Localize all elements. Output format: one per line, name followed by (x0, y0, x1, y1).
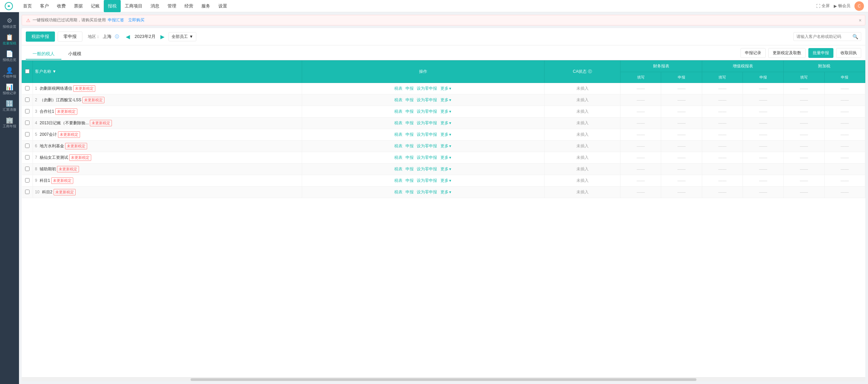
period-next-button[interactable]: ▶ (159, 33, 166, 40)
table-row: 7 杨仙女工资测试 未更新税定 税表 申报 设为零申报 更多▼ 未插入 —— —… (22, 152, 865, 164)
op-tax-table[interactable]: 税表 (394, 98, 402, 102)
op-zero-declare[interactable]: 设为零申报 (417, 121, 437, 125)
op-tax-table[interactable]: 税表 (394, 109, 402, 114)
op-declare[interactable]: 申报 (406, 132, 414, 137)
op-declare[interactable]: 申报 (406, 144, 414, 148)
sidebar-item-personal-tax[interactable]: 👤 个税申报 (0, 65, 19, 81)
op-more[interactable]: 更多▼ (440, 109, 452, 114)
row-checkbox-9[interactable] (25, 190, 29, 194)
nav-operation[interactable]: 经营 (180, 0, 197, 12)
table-row: 8 辅助期初 未更新税定 税表 申报 设为零申报 更多▼ 未插入 —— —— —… (22, 164, 865, 175)
op-declare[interactable]: 申报 (406, 155, 414, 160)
op-more[interactable]: 更多▼ (440, 144, 452, 148)
op-more[interactable]: 更多▼ (440, 178, 452, 183)
notice-close-button[interactable]: × (859, 18, 862, 23)
row-checkbox-4[interactable] (25, 132, 29, 136)
row-checkbox-cell (22, 106, 33, 118)
row-checkbox-0[interactable] (25, 86, 29, 90)
op-zero-declare[interactable]: 设为零申报 (417, 178, 437, 183)
row-checkbox-3[interactable] (25, 121, 29, 125)
op-zero-declare[interactable]: 设为零申报 (417, 98, 437, 102)
row-checkbox-7[interactable] (25, 167, 29, 171)
period-prev-button[interactable]: ◀ (124, 33, 131, 40)
batch-declare-button[interactable]: 批量申报 (808, 48, 833, 58)
nav-invoice[interactable]: 票据 (70, 0, 87, 12)
op-more[interactable]: 更多▼ (440, 190, 452, 194)
tab-tax-declaration[interactable]: 税款申报 (26, 31, 55, 42)
select-all-checkbox[interactable] (25, 69, 29, 73)
row-checkbox-8[interactable] (25, 178, 29, 183)
fullscreen-button[interactable]: ⛶ 全屏 (816, 3, 830, 9)
nav-service[interactable]: 服务 (197, 0, 214, 12)
th-fin-fill: 填写 (620, 72, 661, 83)
sidebar-item-clearance[interactable]: 🔢 汇算清缴 (0, 98, 19, 114)
row-fin-fill: —— (620, 187, 661, 198)
op-declare[interactable]: 申报 (406, 109, 414, 114)
op-more[interactable]: 更多▼ (440, 98, 452, 102)
sidebar-item-tax-records[interactable]: 📊 报税记录 (0, 81, 19, 98)
row-customer-name: 6 地方水利基金 未更新税定 (33, 141, 302, 152)
sub-tab-small-scale[interactable]: 小规模 (61, 49, 88, 60)
op-more[interactable]: 更多▼ (440, 86, 452, 91)
op-zero-declare[interactable]: 设为零申报 (417, 132, 437, 137)
op-zero-declare[interactable]: 设为零申报 (417, 190, 437, 194)
sub-tab-general[interactable]: 一般的税人 (26, 49, 61, 60)
op-tax-table[interactable]: 税表 (394, 190, 402, 194)
sidebar-item-annual-report[interactable]: 🏢 工商年报 (0, 114, 19, 131)
row-fin-report: —— (661, 175, 702, 187)
row-sur-fill: —— (784, 129, 824, 141)
update-taxrate-button[interactable]: 更新税定及取数 (768, 48, 806, 58)
op-zero-declare[interactable]: 设为零申报 (417, 109, 437, 114)
nav-home[interactable]: 首页 (19, 0, 36, 12)
op-zero-declare[interactable]: 设为零申报 (417, 86, 437, 91)
op-declare[interactable]: 申报 (406, 190, 414, 194)
nav-settings[interactable]: 设置 (214, 0, 231, 12)
op-more[interactable]: 更多▼ (440, 121, 452, 125)
declare-records-button[interactable]: 申报记录 (741, 48, 766, 58)
nav-accounting[interactable]: 记账 (87, 0, 104, 12)
row-checkbox-2[interactable] (25, 109, 29, 113)
sidebar-item-batch-tax[interactable]: 📋 批量报税 (0, 31, 19, 48)
op-more[interactable]: 更多▼ (440, 155, 452, 160)
notice-link-buy[interactable]: 立即购买 (128, 17, 144, 23)
member-button[interactable]: ▶ 畅会员 (834, 3, 850, 9)
sidebar-item-tax-settings[interactable]: ⚙ 报税设置 (0, 15, 19, 31)
nav-billing[interactable]: 收费 (53, 0, 70, 12)
notice-link-summary[interactable]: 申报汇签 (108, 17, 124, 23)
search-icon[interactable]: 🔍 (852, 34, 858, 39)
nav-customer[interactable]: 客户 (36, 0, 53, 12)
staff-selector[interactable]: 全部员工 ▼ (169, 32, 196, 41)
op-declare[interactable]: 申报 (406, 167, 414, 171)
row-checkbox-5[interactable] (25, 144, 29, 148)
op-tax-table[interactable]: 税表 (394, 132, 402, 137)
row-fin-report: —— (661, 164, 702, 175)
op-tax-table[interactable]: 税表 (394, 144, 402, 148)
op-declare[interactable]: 申报 (406, 86, 414, 91)
op-zero-declare[interactable]: 设为零申报 (417, 144, 437, 148)
op-tax-table[interactable]: 税表 (394, 178, 402, 183)
op-zero-declare[interactable]: 设为零申报 (417, 167, 437, 171)
nav-manage[interactable]: 管理 (163, 0, 180, 12)
tab-zero-declaration[interactable]: 零申报 (58, 31, 82, 42)
nav-message[interactable]: 消息 (146, 0, 163, 12)
nav-tax[interactable]: 报税 (104, 0, 121, 12)
op-tax-table[interactable]: 税表 (394, 86, 402, 91)
search-input[interactable] (796, 34, 852, 39)
row-checkbox-1[interactable] (25, 98, 29, 102)
op-declare[interactable]: 申报 (406, 178, 414, 183)
op-more[interactable]: 更多▼ (440, 132, 452, 137)
user-avatar[interactable]: C (854, 1, 864, 11)
sidebar-item-tax-overview[interactable]: 📄 报税总览 (0, 48, 19, 65)
nav-business[interactable]: 工商项目 (121, 0, 146, 12)
op-zero-declare[interactable]: 设为零申报 (417, 155, 437, 160)
op-more[interactable]: 更多▼ (440, 167, 452, 171)
table-row: 10 科目2 未更新税定 税表 申报 设为零申报 更多▼ 未插入 —— —— —… (22, 187, 865, 198)
sub-tabs-right: 申报记录 更新税定及取数 批量申报 收取回执 (741, 48, 861, 60)
collect-receipt-button[interactable]: 收取回执 (836, 48, 861, 58)
op-declare[interactable]: 申报 (406, 121, 414, 125)
op-tax-table[interactable]: 税表 (394, 155, 402, 160)
row-checkbox-6[interactable] (25, 155, 29, 159)
op-tax-table[interactable]: 税表 (394, 167, 402, 171)
op-declare[interactable]: 申报 (406, 98, 414, 102)
op-tax-table[interactable]: 税表 (394, 121, 402, 125)
